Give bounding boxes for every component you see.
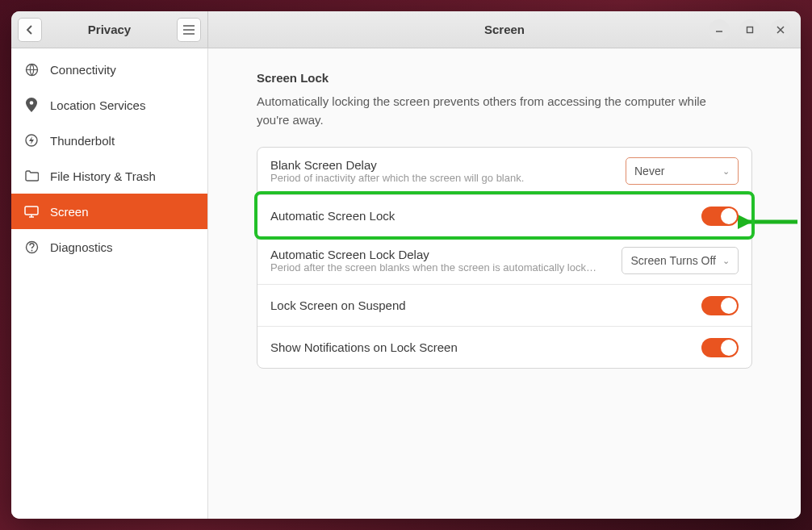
panel-title: Privacy <box>42 23 177 36</box>
row-subtitle: Period of inactivity after which the scr… <box>270 172 626 184</box>
titlebar: Privacy Screen <box>11 11 801 48</box>
sidebar-item-file-history-trash[interactable]: File History & Trash <box>11 158 207 194</box>
chevron-down-icon: ⌄ <box>722 256 730 266</box>
back-button[interactable] <box>18 18 42 42</box>
svg-point-3 <box>26 135 37 146</box>
dropdown-value: Screen Turns Off <box>630 254 716 267</box>
sidebar-item-label: Connectivity <box>50 63 116 77</box>
dropdown-0[interactable]: Never⌄ <box>626 157 739 185</box>
svg-point-5 <box>26 241 37 252</box>
svg-point-6 <box>31 249 32 251</box>
toggle-3[interactable] <box>701 296 739 315</box>
window-controls <box>709 19 801 40</box>
settings-row-automatic-screen-lock-delay: Automatic Screen Lock DelayPeriod after … <box>257 236 751 284</box>
svg-point-2 <box>30 101 34 105</box>
sidebar-item-label: Location Services <box>50 98 145 112</box>
row-text: Lock Screen on Suspend <box>270 298 701 312</box>
row-title: Lock Screen on Suspend <box>270 298 701 312</box>
help-icon <box>24 240 39 254</box>
chevron-left-icon <box>26 25 34 35</box>
toggle-1[interactable] <box>701 207 739 226</box>
section-title: Screen Lock <box>257 71 752 85</box>
settings-list: Blank Screen DelayPeriod of inactivity a… <box>257 147 752 369</box>
settings-window: Privacy Screen ConnectivityLocation Serv <box>11 11 801 519</box>
row-title: Automatic Screen Lock <box>270 209 701 223</box>
folder-icon <box>24 169 39 183</box>
section-description: Automatically locking the screen prevent… <box>257 93 709 129</box>
chevron-down-icon: ⌄ <box>722 166 730 177</box>
page-title: Screen <box>484 23 525 36</box>
close-icon <box>776 26 785 34</box>
sidebar: ConnectivityLocation ServicesThunderbolt… <box>11 48 208 519</box>
toggle-4[interactable] <box>701 338 739 357</box>
svg-rect-0 <box>747 27 753 32</box>
sidebar-item-label: Thunderbolt <box>50 134 115 148</box>
titlebar-left: Privacy <box>11 11 208 48</box>
sidebar-item-label: Diagnostics <box>50 240 113 254</box>
dropdown-2[interactable]: Screen Turns Off⌄ <box>622 247 739 274</box>
titlebar-right: Screen <box>208 11 801 48</box>
minimize-icon <box>715 26 723 34</box>
close-button[interactable] <box>770 19 791 40</box>
row-text: Show Notifications on Lock Screen <box>270 340 701 354</box>
sidebar-item-label: Screen <box>50 205 89 219</box>
row-title: Automatic Screen Lock Delay <box>270 248 622 261</box>
svg-rect-4 <box>25 207 38 215</box>
row-text: Automatic Screen Lock <box>270 209 701 223</box>
globe-icon <box>24 62 39 77</box>
settings-row-blank-screen-delay: Blank Screen DelayPeriod of inactivity a… <box>257 148 751 194</box>
sidebar-item-location-services[interactable]: Location Services <box>11 87 207 123</box>
row-text: Automatic Screen Lock DelayPeriod after … <box>270 248 622 273</box>
row-title: Show Notifications on Lock Screen <box>270 340 701 354</box>
sidebar-item-diagnostics[interactable]: Diagnostics <box>11 229 207 265</box>
minimize-button[interactable] <box>709 19 730 40</box>
settings-row-show-notifications-on-lock-screen: Show Notifications on Lock Screen <box>257 326 751 368</box>
row-subtitle: Period after the screen blanks when the … <box>270 261 622 273</box>
hamburger-button[interactable] <box>177 18 201 42</box>
settings-row-automatic-screen-lock: Automatic Screen Lock <box>257 194 751 236</box>
hamburger-icon <box>183 25 195 35</box>
sidebar-item-thunderbolt[interactable]: Thunderbolt <box>11 123 207 158</box>
settings-row-lock-screen-on-suspend: Lock Screen on Suspend <box>257 284 751 326</box>
window-body: ConnectivityLocation ServicesThunderbolt… <box>11 48 801 519</box>
svg-point-1 <box>26 64 37 75</box>
pin-icon <box>24 98 39 112</box>
sidebar-item-connectivity[interactable]: Connectivity <box>11 52 207 87</box>
screen-icon <box>24 204 39 219</box>
content-area: Screen Lock Automatically locking the sc… <box>208 48 801 519</box>
bolt-icon <box>24 133 39 148</box>
dropdown-value: Never <box>634 165 664 177</box>
row-title: Blank Screen Delay <box>270 158 626 172</box>
sidebar-item-screen[interactable]: Screen <box>11 194 207 229</box>
maximize-button[interactable] <box>739 19 760 40</box>
maximize-icon <box>746 26 754 34</box>
sidebar-item-label: File History & Trash <box>50 169 156 183</box>
row-text: Blank Screen DelayPeriod of inactivity a… <box>270 158 626 184</box>
